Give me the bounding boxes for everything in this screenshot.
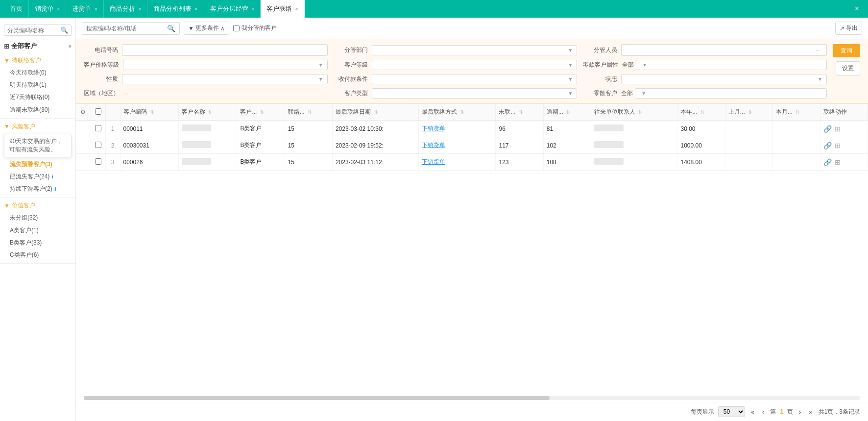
row-settings[interactable] — [76, 154, 91, 171]
nav-tab-analysis-list[interactable]: 商品分析列表× — [147, 0, 204, 18]
sidebar-item-today[interactable]: 今天待联络(0) — [0, 67, 75, 79]
settings-column-header[interactable]: ⚙ — [76, 104, 91, 121]
last-way-link[interactable]: 下销货单 — [422, 125, 445, 132]
my-customers-checkbox[interactable] — [233, 25, 240, 31]
sidebar-collapse-button[interactable]: « — [68, 43, 72, 50]
link-action-icon[interactable]: 🔗 — [823, 125, 832, 133]
sidebar-section-title-risk[interactable]: ▼风险客户 — [0, 121, 75, 133]
query-button[interactable]: 查询 — [833, 44, 860, 57]
row-last-way[interactable]: 下销货单 — [418, 137, 495, 154]
nav-tab-close-purchase[interactable]: × — [94, 6, 97, 12]
last-way-link[interactable]: 下销货单 — [422, 158, 445, 165]
sidebar-section-title-value[interactable]: ▼价值客户 — [0, 199, 75, 212]
row-checkbox-cell[interactable] — [91, 154, 105, 171]
more-filter-button[interactable]: ▼ 更多条件 ∧ — [184, 22, 229, 35]
filter-settings-button[interactable]: 设置 — [836, 61, 860, 75]
nav-tab-home[interactable]: 首页 — [4, 0, 29, 18]
nature-select[interactable]: ▼ — [122, 74, 328, 84]
this-year-column-header[interactable]: 本年... ⇅ — [677, 104, 725, 121]
search-input[interactable] — [86, 25, 167, 32]
nav-tab-close-customer-contact[interactable]: × — [295, 6, 298, 12]
grid-action-icon[interactable]: ⊞ — [835, 125, 841, 133]
payment-select[interactable]: ▼ — [372, 74, 578, 84]
row-checkbox-cell[interactable] — [91, 121, 105, 137]
unit-contact-column-header[interactable]: 往来单位联系人 ⇅ — [591, 104, 677, 121]
nav-tab-purchase[interactable]: 进货单× — [66, 0, 103, 18]
export-button[interactable]: ↗ 导出 — [835, 22, 862, 35]
sidebar-search-input[interactable] — [7, 27, 60, 34]
customer-type-select[interactable]: ▼ — [372, 88, 578, 99]
code-column-header[interactable]: 客户编码 ⇅ — [120, 104, 178, 121]
search-button[interactable]: 🔍 — [167, 25, 175, 32]
last-date-column-header[interactable]: 最后联络日期 ⇅ — [332, 104, 418, 121]
nav-tab-close-sales[interactable]: × — [57, 6, 60, 12]
row-last-month — [725, 154, 772, 171]
check-column-header[interactable] — [91, 104, 105, 121]
sidebar-all-customers-header[interactable]: ⊞ 全部客户 « — [0, 40, 75, 52]
manager-dots[interactable]: ··· — [814, 47, 822, 53]
nav-tab-customer-tier[interactable]: 客户分层经营× — [204, 0, 261, 18]
row-settings[interactable] — [76, 137, 91, 154]
sidebar-item-week[interactable]: 近7天待联络(0) — [0, 91, 75, 103]
phone-input[interactable] — [122, 44, 328, 56]
last-way-link[interactable]: 下销货单 — [422, 142, 445, 149]
sidebar-section-title-pending[interactable]: ▼待联络客户 — [0, 54, 75, 67]
sidebar-item-declining[interactable]: 持续下滑客户(2)ℹ — [0, 183, 75, 195]
grid-action-icon[interactable]: ⊞ — [835, 158, 841, 166]
uncontact-column-header[interactable]: 未联... ⇅ — [496, 104, 543, 121]
horizontal-scrollbar[interactable] — [84, 396, 860, 400]
price-level-select[interactable]: ▼ — [123, 60, 328, 70]
nav-tab-analysis[interactable]: 商品分析× — [104, 0, 147, 18]
status-select[interactable]: ▼ — [621, 74, 827, 84]
search-box[interactable]: 🔍 — [82, 22, 180, 35]
row-checkbox[interactable] — [95, 125, 101, 131]
sidebar-item-class-a[interactable]: A类客户(1) — [0, 224, 75, 237]
nav-tab-close-customer-tier[interactable]: × — [251, 6, 254, 12]
row-settings[interactable] — [76, 121, 91, 137]
sidebar-item-tomorrow[interactable]: 明天待联络(1) — [0, 79, 75, 91]
filter-actions: 查询 设置 — [833, 44, 860, 99]
name-column-header[interactable]: 客户名称 ⇅ — [178, 104, 237, 121]
close-all-button[interactable]: × — [850, 4, 864, 13]
sidebar-item-class-c[interactable]: C类客户(6) — [0, 249, 75, 261]
customer-level-select[interactable]: ▼ — [372, 60, 578, 70]
sidebar-search-box[interactable]: 🔍 — [4, 25, 72, 36]
per-page-select[interactable]: 50 100 200 — [718, 406, 745, 417]
link-action-icon[interactable]: 🔗 — [823, 142, 832, 149]
dept-select[interactable]: ▼ — [372, 45, 578, 55]
type-column-header[interactable]: 客户... ⇅ — [237, 104, 285, 121]
this-month-column-header[interactable]: 本月... ⇅ — [772, 104, 820, 121]
region-dots[interactable]: ··· — [123, 90, 132, 97]
manager-select[interactable]: ··· — [621, 44, 827, 56]
row-last-way[interactable]: 下销货单 — [418, 154, 495, 171]
my-customers-checkbox-label[interactable]: 我分管的客户 — [233, 24, 277, 32]
nav-tab-close-analysis-list[interactable]: × — [194, 6, 197, 12]
prev-page-button[interactable]: ‹ — [760, 407, 766, 417]
last-page-button[interactable]: » — [807, 407, 814, 417]
row-last-way[interactable]: 下销货单 — [418, 121, 495, 137]
nav-tab-sales[interactable]: 销货单× — [29, 0, 66, 18]
select-all-checkbox[interactable] — [95, 108, 101, 115]
next-page-button[interactable]: › — [797, 407, 803, 417]
zero-attr-select[interactable]: ▼ — [636, 60, 827, 70]
row-checkbox[interactable] — [95, 158, 101, 165]
sidebar-item-churned[interactable]: 已流失客户(24)ℹ — [0, 171, 75, 183]
sidebar-item-churn-warning[interactable]: 流失预警客户(3) — [0, 158, 75, 171]
zero-customer-select[interactable]: ▼ — [635, 88, 827, 99]
first-page-button[interactable]: « — [749, 407, 756, 417]
last-month-column-header[interactable]: 上月... ⇅ — [725, 104, 772, 121]
grid-action-icon[interactable]: ⊞ — [835, 142, 841, 149]
sidebar-item-ungrouped[interactable]: 未分组(32) — [0, 212, 75, 224]
last-way-column-header[interactable]: 最后联络方式 ⇅ — [418, 104, 495, 121]
row-checkbox-cell[interactable] — [91, 137, 105, 154]
link-action-icon[interactable]: 🔗 — [823, 158, 832, 166]
sidebar-item-overdue[interactable]: 逾期未联络(30) — [0, 104, 75, 116]
nav-tab-close-analysis[interactable]: × — [138, 6, 141, 12]
sidebar-item-class-b[interactable]: B类客户(33) — [0, 237, 75, 249]
overdue-column-header[interactable]: 逾期... ⇅ — [543, 104, 591, 121]
row-checkbox[interactable] — [95, 142, 101, 148]
nav-tab-customer-contact[interactable]: 客户联络× — [261, 0, 304, 18]
contact-column-header[interactable]: 联络... ⇅ — [285, 104, 332, 121]
scrollbar-thumb[interactable] — [84, 396, 550, 400]
region-field: 区域（地区） ··· — [84, 89, 328, 98]
